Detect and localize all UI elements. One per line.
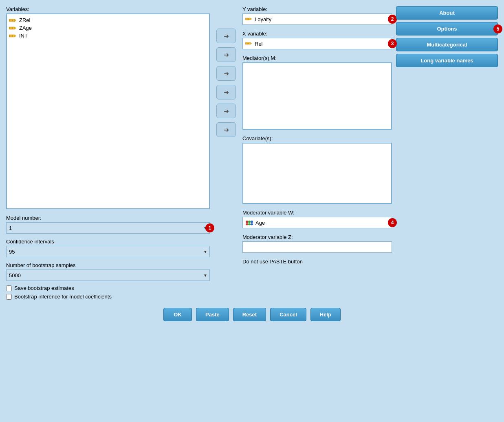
moderator-z-section: Moderator variable Z: xyxy=(242,234,392,253)
svg-rect-8 xyxy=(12,27,13,29)
svg-marker-24 xyxy=(250,42,252,44)
model-badge: 1 xyxy=(205,223,214,232)
bootstrap-inference-label: Bootstrap inference for model coefficien… xyxy=(14,294,112,300)
arrow-right-icon: ➜ xyxy=(224,51,229,59)
svg-point-28 xyxy=(248,223,251,225)
pencil-ruler-icon xyxy=(9,33,17,39)
svg-rect-3 xyxy=(12,20,13,21)
paste-note: Do not use PASTE button xyxy=(242,259,392,265)
arrow-m-button[interactable]: ➜ xyxy=(216,66,236,81)
moderator-w-section: Moderator variable W: Age xyxy=(242,210,392,228)
bootstrap-inference-row: Bootstrap inference for model coefficien… xyxy=(6,294,210,300)
moderator-w-field: Age xyxy=(242,217,392,228)
model-number-select[interactable]: 1234 5678 xyxy=(6,222,210,234)
about-button[interactable]: About xyxy=(396,6,498,20)
svg-rect-18 xyxy=(248,18,249,20)
arrow-right-icon: ➜ xyxy=(224,107,229,115)
multicategorical-button[interactable]: Multicategorical xyxy=(396,38,498,51)
mediator-label: Mediator(s) M: xyxy=(242,55,392,61)
far-right-panel: About Options 5 Multicategorical Long va… xyxy=(396,6,498,300)
options-button[interactable]: Options xyxy=(396,22,498,35)
variable-name: ZAge xyxy=(19,25,32,31)
svg-rect-17 xyxy=(247,18,248,20)
svg-rect-23 xyxy=(248,43,249,44)
arrow-right-icon: ➜ xyxy=(224,88,229,96)
svg-rect-16 xyxy=(246,18,246,20)
svg-rect-7 xyxy=(11,27,11,29)
covariate-listbox[interactable] xyxy=(242,143,392,204)
long-variable-names-button[interactable]: Long variable names xyxy=(396,54,498,67)
left-panel: Variables: ZRel xyxy=(6,6,210,300)
arrow-z-button[interactable]: ➜ xyxy=(216,122,236,137)
covariate-section: Covariate(s): xyxy=(242,135,392,204)
svg-marker-14 xyxy=(15,35,16,37)
x-variable-section: X variable: Rel 3 xyxy=(242,31,392,49)
center-arrows-panel: ➜ ➜ ➜ ➜ ➜ ➜ xyxy=(214,6,238,300)
people-icon xyxy=(245,220,253,225)
reset-button[interactable]: Reset xyxy=(233,308,266,321)
ruler-icon-y xyxy=(245,16,253,22)
model-number-label: Model number: xyxy=(6,215,210,221)
svg-rect-13 xyxy=(12,35,13,37)
svg-rect-2 xyxy=(11,20,11,21)
confidence-select[interactable]: 909599 xyxy=(6,246,210,257)
svg-point-25 xyxy=(246,221,248,223)
list-item[interactable]: ZRel xyxy=(9,16,207,24)
moderator-w-label: Moderator variable W: xyxy=(242,210,392,216)
x-variable-value: Rel xyxy=(255,41,389,47)
covariate-label: Covariate(s): xyxy=(242,135,392,141)
paste-button[interactable]: Paste xyxy=(196,308,229,321)
bootstrap-inference-checkbox[interactable] xyxy=(6,294,12,300)
x-variable-field: Rel xyxy=(242,38,392,49)
save-bootstrap-checkbox[interactable] xyxy=(6,285,12,291)
moderator-z-label: Moderator variable Z: xyxy=(242,234,392,240)
variables-label: Variables: xyxy=(6,6,210,12)
svg-rect-12 xyxy=(11,35,11,37)
y-variable-value: Loyalty xyxy=(255,16,389,22)
y-variable-field: Loyalty xyxy=(242,13,392,25)
svg-rect-22 xyxy=(247,43,248,44)
y-badge: 2 xyxy=(388,15,397,24)
svg-rect-1 xyxy=(9,20,10,21)
svg-point-29 xyxy=(251,221,253,223)
arrow-x-button[interactable]: ➜ xyxy=(216,47,236,62)
arrow-cov-button[interactable]: ➜ xyxy=(216,85,236,99)
pencil-ruler-icon xyxy=(9,18,17,23)
confidence-label: Confidence intervals xyxy=(6,239,210,245)
ruler-icon-x xyxy=(245,41,253,46)
w-badge: 4 xyxy=(388,218,397,227)
pencil-ruler-icon xyxy=(9,25,17,31)
list-item[interactable]: INT xyxy=(9,32,207,40)
fields-panel: Y variable: Loyalty 2 xyxy=(242,6,392,300)
variable-name: ZRel xyxy=(19,17,30,23)
bootstrap-select[interactable]: 1000500010000 xyxy=(6,270,210,281)
x-variable-label: X variable: xyxy=(242,31,392,37)
svg-marker-4 xyxy=(15,19,16,22)
moderator-z-field xyxy=(242,241,392,253)
help-button[interactable]: Help xyxy=(310,308,341,321)
svg-point-30 xyxy=(251,223,253,225)
x-badge: 3 xyxy=(388,39,397,48)
arrow-w-button[interactable]: ➜ xyxy=(216,104,236,118)
save-bootstrap-label: Save bootstrap estimates xyxy=(14,285,74,291)
variable-name: INT xyxy=(19,33,28,39)
mediator-listbox[interactable] xyxy=(242,62,392,130)
save-bootstrap-row: Save bootstrap estimates xyxy=(6,285,210,291)
bootstrap-samples-label: Number of bootstrap samples xyxy=(6,262,210,268)
main-container: Variables: ZRel xyxy=(6,6,498,300)
arrow-right-icon: ➜ xyxy=(224,32,229,40)
moderator-w-value: Age xyxy=(255,220,389,226)
svg-point-27 xyxy=(248,221,251,223)
options-btn-wrap: Options 5 xyxy=(396,22,498,35)
list-item[interactable]: ZAge xyxy=(9,24,207,32)
svg-marker-19 xyxy=(250,18,252,20)
bottom-buttons: OK Paste Reset Cancel Help xyxy=(6,308,498,321)
paste-note-text: Do not use PASTE button xyxy=(242,259,303,265)
cancel-button[interactable]: Cancel xyxy=(270,308,306,321)
mediator-section: Mediator(s) M: xyxy=(242,55,392,130)
variables-list: ZRel ZAge xyxy=(6,13,210,209)
right-section: Y variable: Loyalty 2 xyxy=(242,6,498,300)
arrow-y-button[interactable]: ➜ xyxy=(216,29,236,43)
options-badge: 5 xyxy=(493,24,502,33)
ok-button[interactable]: OK xyxy=(163,308,192,321)
